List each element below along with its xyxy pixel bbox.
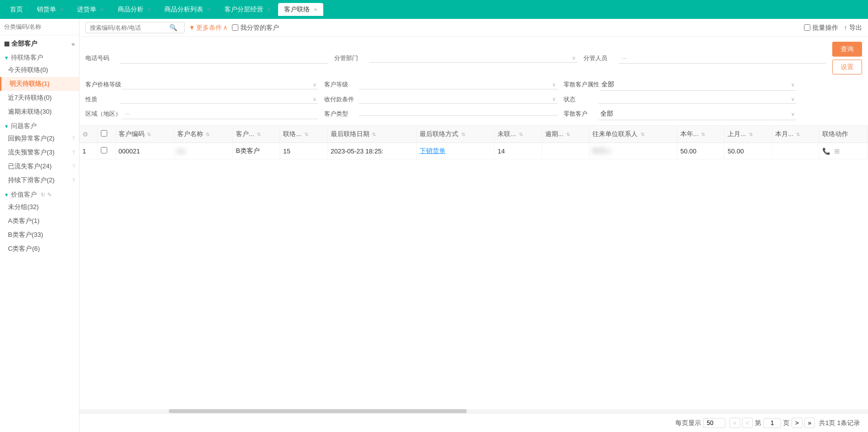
sidebar-item-today[interactable]: 今天待联络(0) xyxy=(0,63,79,77)
payment-select[interactable]: ∨ xyxy=(359,95,557,104)
query-button[interactable]: 查询 xyxy=(832,42,862,57)
sort-icon[interactable]: ⇅ xyxy=(147,132,151,137)
close-icon[interactable]: × xyxy=(267,6,270,12)
search-box: 🔍 xyxy=(85,22,185,33)
export-btn[interactable]: ↑ 导出 xyxy=(844,23,863,32)
my-customers-checkbox-group: 我分管的客户 xyxy=(232,23,279,32)
page-number-input[interactable] xyxy=(763,418,781,428)
export-icon: ↑ xyxy=(844,24,848,31)
dept-select[interactable]: ∨ xyxy=(369,54,577,63)
scrollbar-thumb[interactable] xyxy=(169,409,467,413)
sidebar-search-input[interactable] xyxy=(4,23,78,30)
nature-select[interactable]: ∨ xyxy=(120,95,318,104)
sidebar-item-ungrouped[interactable]: 未分组(32) xyxy=(0,200,79,214)
sort-icon[interactable]: ⇅ xyxy=(372,132,376,137)
sidebar-item-c-class[interactable]: C类客户(6) xyxy=(0,242,79,256)
help-icon[interactable]: ? xyxy=(72,163,75,169)
filter-row-2: 客户价格等级 ∨ 客户等级 ∨ 零散客户属性 全部 ∨ xyxy=(85,78,862,91)
dots-icon[interactable]: ··· xyxy=(125,110,130,117)
phone-input[interactable] xyxy=(120,53,328,64)
all-customers-header[interactable]: ▦ 全部客户 « xyxy=(0,35,79,50)
nav-customer-layering[interactable]: 客户分层经营 × xyxy=(218,3,276,16)
sidebar-group-problem[interactable]: ▼ 问题客户 xyxy=(0,119,79,132)
row-this-year: 50.00 xyxy=(677,143,724,159)
nav-home[interactable]: 首页 xyxy=(4,3,29,16)
th-last-month: 上月... ⇅ xyxy=(724,126,772,143)
filter-retail-attr: 零散客户属性 全部 ∨ xyxy=(564,78,796,91)
row-select-checkbox[interactable] xyxy=(101,147,107,153)
status-select[interactable]: ∨ xyxy=(598,95,796,104)
search-input[interactable] xyxy=(90,24,169,31)
help-icon[interactable]: ? xyxy=(72,136,75,142)
nav-product-analysis-list[interactable]: 商品分析列表 × xyxy=(158,3,216,16)
sidebar-item-churned[interactable]: 已流失客户(24) ? xyxy=(0,159,79,173)
th-name: 客户名称 ⇅ xyxy=(174,126,232,143)
nav-sales-order[interactable]: 销货单 × xyxy=(31,3,69,16)
settings-icon[interactable]: ⚙ xyxy=(82,131,88,138)
nav-product-analysis[interactable]: 商品分析 × xyxy=(112,3,156,16)
filter-customer-level: 客户等级 ∨ xyxy=(324,80,557,89)
sort-icon[interactable]: ⇅ xyxy=(519,132,523,137)
page-size-dropdown[interactable]: 50 100 200 xyxy=(703,418,725,428)
sort-icon[interactable]: ⇅ xyxy=(566,132,570,137)
price-level-select[interactable]: ∨ xyxy=(121,80,318,89)
select-all-checkbox[interactable] xyxy=(101,130,107,137)
prev-page-btn[interactable]: < xyxy=(742,418,753,428)
sidebar-item-7days[interactable]: 近7天待联络(0) xyxy=(0,91,79,105)
next-page-btn[interactable]: > xyxy=(792,418,802,428)
sidebar-item-repurchase-abnormal[interactable]: 回购异常客户(2) ? xyxy=(0,132,79,145)
sidebar-item-declining[interactable]: 持续下滑客户(2) ? xyxy=(0,173,79,187)
close-icon[interactable]: × xyxy=(147,6,150,12)
help-icon[interactable]: ? xyxy=(72,177,75,183)
close-icon[interactable]: × xyxy=(207,6,210,12)
edit-icon[interactable]: ✎ xyxy=(47,192,52,198)
batch-op-btn[interactable]: 批量操作 xyxy=(804,23,838,32)
sort-icon[interactable]: ⇅ xyxy=(461,132,465,137)
settings-button[interactable]: 设置 xyxy=(832,60,862,74)
top-navigation: 首页 销货单 × 进货单 × 商品分析 × 商品分析列表 × 客户分层经营 × … xyxy=(0,0,868,19)
horizontal-scrollbar[interactable] xyxy=(79,409,868,413)
sort-icon[interactable]: ⇅ xyxy=(796,132,800,137)
close-icon[interactable]: × xyxy=(60,6,63,12)
retail-customer-select[interactable]: 全部 ∨ xyxy=(598,108,796,120)
search-icon[interactable]: 🔍 xyxy=(169,24,177,31)
last-page-btn[interactable]: » xyxy=(804,418,815,428)
nav-customer-contact[interactable]: 客户联络 × xyxy=(278,3,323,16)
person-select[interactable]: ··· xyxy=(618,53,826,64)
customer-level-select[interactable]: ∨ xyxy=(359,80,557,89)
batch-op-checkbox[interactable] xyxy=(804,24,810,31)
sidebar-group-pending[interactable]: ▼ 待联络客户 xyxy=(0,50,79,63)
sidebar-item-tomorrow[interactable]: 明天待联络(1) xyxy=(0,77,79,91)
close-icon[interactable]: × xyxy=(314,6,317,12)
help-icon[interactable]: ? xyxy=(72,149,75,155)
region-select[interactable]: ··· xyxy=(121,109,318,119)
nav-purchase-order[interactable]: 进货单 × xyxy=(71,3,109,16)
customer-type-select[interactable] xyxy=(359,112,557,116)
sidebar-item-a-class[interactable]: A类客户(1) xyxy=(0,214,79,228)
sort-icon[interactable]: ⇅ xyxy=(749,132,753,137)
phone-action-icon[interactable]: 📞 xyxy=(822,147,830,155)
grid-action-icon[interactable]: ⊞ xyxy=(834,147,840,155)
first-page-btn[interactable]: « xyxy=(729,418,740,428)
sidebar-group-value[interactable]: ▼ 价值客户 ↻ ✎ xyxy=(0,187,79,200)
content-area: 🔍 ▼ 更多条件 ∧ 我分管的客户 批量操作 ↑ 导出 xyxy=(79,19,868,432)
dots-icon[interactable]: ··· xyxy=(622,55,627,62)
sort-icon[interactable]: ⇅ xyxy=(206,132,210,137)
sidebar-item-overdue[interactable]: 逾期未联络(30) xyxy=(0,105,79,119)
row-contact-person: 联系人 xyxy=(589,143,677,159)
sidebar-item-b-class[interactable]: B类客户(33) xyxy=(0,228,79,242)
my-customers-checkbox[interactable] xyxy=(232,24,238,31)
collapse-icon[interactable]: « xyxy=(72,40,75,48)
sort-icon[interactable]: ⇅ xyxy=(257,132,261,137)
sort-icon[interactable]: ⇅ xyxy=(641,132,645,137)
data-table-wrapper: ⚙ 客户编码 ⇅ 客户名称 ⇅ xyxy=(79,126,868,409)
retail-attr-select[interactable]: 全部 ∨ xyxy=(599,78,796,91)
sort-icon[interactable]: ⇅ xyxy=(701,132,705,137)
close-icon[interactable]: × xyxy=(100,6,103,12)
sort-icon[interactable]: ⇅ xyxy=(304,132,308,137)
action-buttons: 查询 设置 xyxy=(832,42,862,74)
refresh-icon[interactable]: ↻ xyxy=(41,192,45,198)
more-conditions-btn[interactable]: ▼ 更多条件 ∧ xyxy=(189,23,228,32)
last-method-link[interactable]: 下销货单 xyxy=(420,147,445,154)
sidebar-item-churn-warning[interactable]: 流失预警客户(3) ? xyxy=(0,145,79,159)
